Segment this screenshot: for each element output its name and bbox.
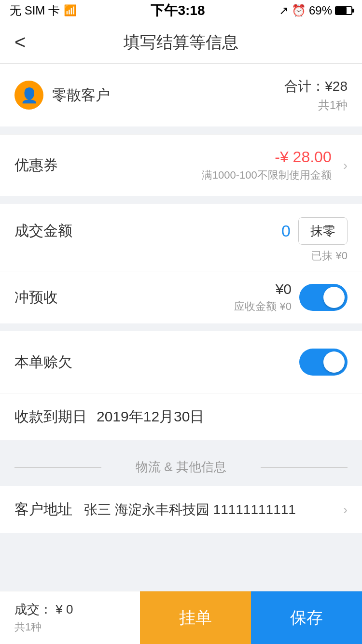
logistics-header-text: 物流 & 其他信息 [128, 460, 234, 474]
status-left: 无 SIM 卡 📶 [10, 3, 77, 18]
bottom-deal-amount: ¥ 0 [56, 602, 73, 616]
coupon-chevron-icon: › [343, 158, 348, 173]
prepay-toggle[interactable] [299, 284, 348, 311]
wifi-icon: 📶 [64, 4, 77, 17]
coupon-desc: 满1000-100不限制使用金额 [202, 168, 332, 182]
deal-amount-label: 成交金额 [14, 221, 72, 241]
bottom-info: 成交： ¥ 0 共1种 [0, 601, 140, 634]
bottom-bar: 成交： ¥ 0 共1种 挂单 保存 [0, 591, 362, 644]
address-value: 张三 海淀永丰科技园 11111111111 [84, 501, 339, 519]
save-button[interactable]: 保存 [251, 591, 362, 644]
coupon-section[interactable]: 优惠券 -¥ 28.00 满1000-100不限制使用金额 › [0, 134, 362, 196]
coupon-value: -¥ 28.00 [202, 148, 332, 166]
deal-amount-row: 成交金额 0 抹零 [0, 204, 362, 249]
due-date-label: 收款到期日 [14, 407, 87, 427]
debt-toggle[interactable] [299, 349, 348, 376]
deal-amount-sub: 已抹 ¥0 [0, 249, 362, 271]
debt-row: 本单赊欠 [0, 331, 362, 393]
nav-bar: < 填写结算等信息 [0, 21, 362, 64]
status-time: 下午3:18 [151, 1, 205, 20]
prepay-amounts: ¥0 应收金额 ¥0 [234, 281, 292, 314]
bottom-deal-text: 成交： [14, 602, 52, 616]
coupon-value-col: -¥ 28.00 满1000-100不限制使用金额 [202, 148, 332, 182]
due-date-value: 2019年12月30日 [97, 407, 204, 427]
prepay-main-amount: ¥0 [234, 281, 292, 297]
customer-right: 合计：¥28 共1种 [284, 77, 348, 113]
customer-section: 👤 零散客户 合计：¥28 共1种 [0, 64, 362, 126]
no-sim-text: 无 SIM 卡 [10, 3, 60, 18]
customer-avatar: 👤 [14, 81, 43, 110]
bottom-deal-label: 成交： ¥ 0 [14, 601, 125, 618]
alarm-icon: ⏰ [292, 4, 306, 17]
coupon-label: 优惠券 [14, 155, 58, 175]
status-right: ↗ ⏰ 69% [279, 4, 352, 17]
coupon-right: -¥ 28.00 满1000-100不限制使用金额 › [202, 148, 348, 182]
logistics-section-header: 物流 & 其他信息 [0, 448, 362, 486]
status-bar: 无 SIM 卡 📶 下午3:18 ↗ ⏰ 69% [0, 0, 362, 21]
avatar-icon: 👤 [20, 87, 38, 104]
bottom-count: 共1种 [14, 620, 125, 634]
round-zero-button[interactable]: 抹零 [298, 217, 348, 245]
total-amount: 合计：¥28 [284, 77, 348, 96]
back-button[interactable]: < [14, 31, 26, 53]
prepay-row: 冲预收 ¥0 应收金额 ¥0 [0, 271, 362, 323]
battery-text: 69% [309, 4, 332, 17]
customer-row: 👤 零散客户 合计：¥28 共1种 [0, 64, 362, 126]
address-row[interactable]: 客户地址 张三 海淀永丰科技园 11111111111 › [0, 486, 362, 533]
prepay-label: 冲预收 [14, 288, 58, 308]
total-count: 共1种 [284, 98, 348, 113]
deal-amount-right: 0 抹零 [281, 217, 348, 245]
main-content: 👤 零散客户 合计：¥28 共1种 优惠券 -¥ 28.00 满1000-100… [0, 64, 362, 599]
customer-name: 零散客户 [52, 85, 110, 105]
customer-left: 👤 零散客户 [14, 81, 110, 110]
debt-section: 本单赊欠 收款到期日 2019年12月30日 [0, 331, 362, 440]
address-section[interactable]: 客户地址 张三 海淀永丰科技园 11111111111 › [0, 486, 362, 533]
battery-icon [335, 6, 352, 15]
hang-order-button[interactable]: 挂单 [140, 591, 251, 644]
prepay-sub-amount: 应收金额 ¥0 [234, 299, 292, 314]
address-label: 客户地址 [14, 500, 72, 519]
prepay-right: ¥0 应收金额 ¥0 [234, 281, 348, 314]
coupon-row[interactable]: 优惠券 -¥ 28.00 满1000-100不限制使用金额 › [0, 134, 362, 196]
due-date-row: 收款到期日 2019年12月30日 [0, 393, 362, 440]
location-icon: ↗ [279, 4, 289, 17]
page-title: 填写结算等信息 [124, 31, 238, 54]
address-chevron-icon: › [343, 502, 348, 518]
debt-label: 本单赊欠 [14, 352, 72, 372]
deal-amount-value[interactable]: 0 [281, 222, 291, 240]
deal-amount-section: 成交金额 0 抹零 已抹 ¥0 冲预收 ¥0 应收金额 ¥0 [0, 204, 362, 323]
